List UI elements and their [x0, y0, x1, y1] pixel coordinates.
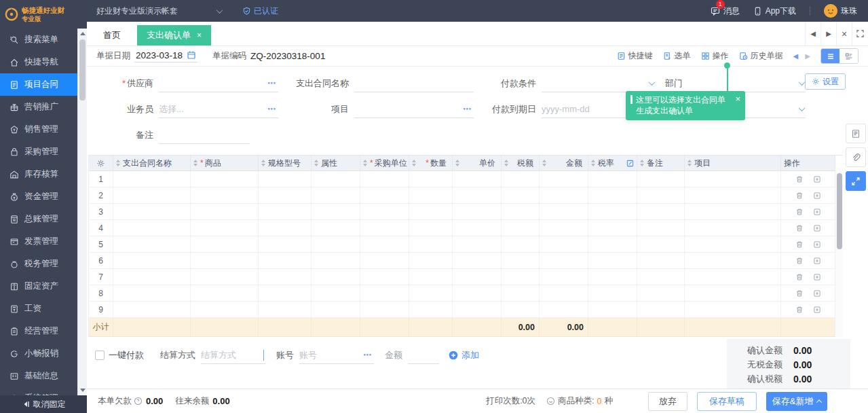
- trash-icon[interactable]: [795, 224, 804, 232]
- calendar-icon[interactable]: [187, 50, 196, 60]
- grid-cell-attribute[interactable]: [312, 204, 360, 219]
- grid-cell-attribute[interactable]: [312, 253, 360, 268]
- trash-icon[interactable]: [795, 175, 804, 183]
- ellipsis-picker-icon[interactable]: ⋯: [363, 350, 373, 360]
- sort-icon[interactable]: [412, 160, 416, 166]
- grid-cell-goods[interactable]: [191, 220, 259, 236]
- grid-cell-tax[interactable]: [502, 236, 540, 252]
- grid-cell-contract-name[interactable]: [113, 204, 191, 219]
- batch-edit-icon[interactable]: [624, 160, 634, 167]
- grid-cell-goods[interactable]: [191, 269, 259, 285]
- project-input-el[interactable]: [354, 104, 463, 114]
- grid-cell-purchase-unit[interactable]: [360, 171, 409, 187]
- account-input-el[interactable]: [299, 350, 363, 360]
- grid-cell-quantity[interactable]: [409, 187, 453, 203]
- grid-cell-contract-name[interactable]: [113, 302, 191, 317]
- scroll-up-icon[interactable]: [80, 32, 86, 35]
- tab-close-all-icon[interactable]: ×: [837, 22, 852, 46]
- grid-cell-project[interactable]: [685, 302, 781, 317]
- grid-cell-amount[interactable]: [540, 253, 588, 268]
- grid-cell-tax-rate[interactable]: [588, 302, 637, 317]
- user-menu[interactable]: 珠珠: [824, 4, 857, 18]
- grid-cell-spec[interactable]: [259, 302, 312, 317]
- unpin-sidebar-button[interactable]: 取消固定: [0, 395, 87, 413]
- grid-cell-remark[interactable]: [637, 171, 685, 187]
- trash-icon[interactable]: [795, 208, 804, 216]
- grid-cell-contract-name[interactable]: [113, 236, 191, 252]
- grid-cell-project[interactable]: [685, 187, 781, 203]
- sort-icon[interactable]: [455, 160, 459, 166]
- supplier-input-el[interactable]: [159, 78, 267, 88]
- sort-icon[interactable]: [116, 160, 120, 166]
- grid-cell-tax-rate[interactable]: [588, 171, 637, 187]
- grid-cell-attribute[interactable]: [312, 285, 360, 301]
- grid-cell-spec[interactable]: [259, 220, 312, 236]
- grid-cell-goods[interactable]: [191, 253, 259, 268]
- grid-cell-amount[interactable]: [540, 171, 588, 187]
- remark-input-el[interactable]: [159, 130, 239, 140]
- operations-button[interactable]: 操作: [701, 50, 729, 62]
- salesman-input[interactable]: ⋯: [159, 101, 278, 118]
- grid-cell-attribute[interactable]: [312, 236, 360, 252]
- amount-input-el[interactable]: [408, 350, 438, 360]
- grid-cell-tax[interactable]: [502, 171, 540, 187]
- grid-cell-purchase-unit[interactable]: [360, 253, 409, 268]
- trash-icon[interactable]: [795, 192, 804, 200]
- col-header-contract-name[interactable]: 支出合同名称: [113, 156, 191, 170]
- department-input-el[interactable]: [688, 78, 795, 88]
- grid-cell-unit-price[interactable]: [453, 302, 502, 317]
- insert-row-icon[interactable]: [813, 240, 821, 249]
- grid-cell-goods[interactable]: [191, 204, 259, 219]
- grid-cell-contract-name[interactable]: [113, 171, 191, 187]
- sidebar-item-invoice[interactable]: 发票管理: [0, 230, 77, 253]
- insert-row-icon[interactable]: [813, 289, 821, 298]
- grid-cell-tax[interactable]: [502, 253, 540, 268]
- sidebar-item-base-info[interactable]: 基础信息: [0, 365, 77, 387]
- insert-row-icon[interactable]: [813, 224, 821, 232]
- grid-cell-unit-price[interactable]: [453, 253, 502, 268]
- save-and-new-button[interactable]: 保存&新增: [766, 392, 827, 411]
- grid-cell-purchase-unit[interactable]: [360, 302, 409, 317]
- grid-cell-quantity[interactable]: [409, 204, 453, 219]
- grid-cell-spec[interactable]: [259, 253, 312, 268]
- insert-row-icon[interactable]: [813, 306, 821, 314]
- grid-cell-contract-name[interactable]: [113, 187, 191, 203]
- save-draft-button[interactable]: 保存草稿: [697, 392, 757, 411]
- sort-icon[interactable]: [591, 160, 595, 166]
- insert-row-icon[interactable]: [813, 208, 821, 216]
- grid-cell-tax[interactable]: [502, 187, 540, 203]
- grid-cell-quantity[interactable]: [409, 253, 453, 268]
- col-header-tax-rate[interactable]: 税率: [588, 156, 637, 170]
- settings-button[interactable]: 设置: [805, 73, 846, 90]
- tab-expense-confirmation[interactable]: 支出确认单 ×: [137, 25, 211, 46]
- project-input[interactable]: ⋯: [354, 101, 474, 118]
- col-header-attribute[interactable]: 属性: [312, 156, 360, 170]
- salesman-input-el[interactable]: [159, 104, 267, 114]
- sidebar-item-purchase[interactable]: 采购管理: [0, 141, 77, 163]
- insert-row-icon[interactable]: [813, 175, 821, 183]
- grid-cell-purchase-unit[interactable]: [360, 285, 409, 301]
- grid-cell-spec[interactable]: [259, 204, 312, 219]
- grid-cell-tax-rate[interactable]: [588, 204, 637, 219]
- sidebar-item-tax[interactable]: 税务管理: [0, 253, 77, 275]
- trash-icon[interactable]: [795, 306, 804, 314]
- grid-cell-contract-name[interactable]: [113, 285, 191, 301]
- sidebar-item-quick-nav[interactable]: 快捷导航: [0, 51, 77, 73]
- grid-cell-spec[interactable]: [259, 187, 312, 203]
- insert-row-icon[interactable]: [813, 257, 821, 265]
- grid-cell-quantity[interactable]: [409, 236, 453, 252]
- grid-cell-attribute[interactable]: [312, 302, 360, 317]
- grid-cell-goods[interactable]: [191, 236, 259, 252]
- prev-doc-icon[interactable]: ◀: [793, 52, 799, 60]
- grid-cell-project[interactable]: [685, 285, 781, 301]
- sort-icon[interactable]: [363, 160, 367, 166]
- department-select[interactable]: [688, 75, 806, 92]
- grid-cell-tax[interactable]: [502, 204, 540, 219]
- sidebar-item-funds[interactable]: 资金管理: [0, 185, 77, 208]
- grid-cell-tax[interactable]: [502, 302, 540, 317]
- trash-icon[interactable]: [795, 257, 804, 265]
- col-header-unit-price[interactable]: 单价: [453, 156, 502, 170]
- attachment-button[interactable]: [846, 147, 866, 167]
- fullscreen-icon[interactable]: [852, 22, 868, 46]
- grid-cell-tax-rate[interactable]: [588, 220, 637, 236]
